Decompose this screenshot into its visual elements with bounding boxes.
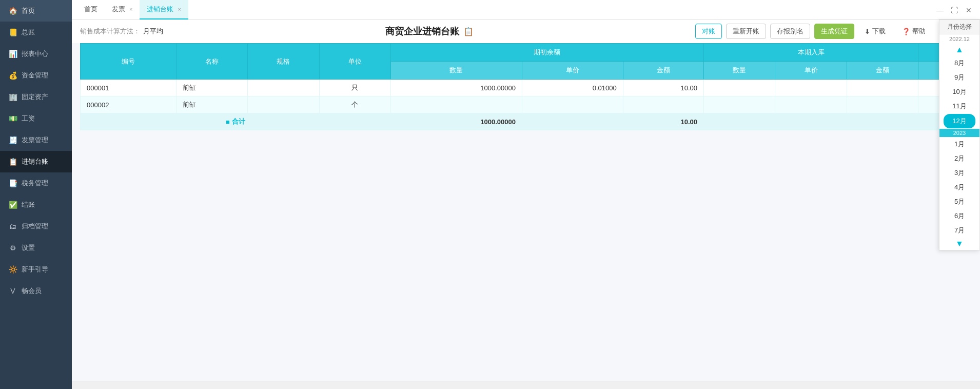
cost-method-value: 月平均 [143, 27, 163, 36]
table-row: 000002 前缸 个 [81, 96, 972, 113]
total-ci-amount [847, 113, 918, 130]
cell-name-2: 前缸 [176, 96, 247, 113]
sidebar-item-purchase-sales[interactable]: 📋 进销台账 [0, 151, 72, 172]
reconcile-button[interactable]: 对账 [695, 24, 722, 39]
save-alias-button[interactable]: 存报别名 [770, 24, 810, 39]
month-item-5[interactable]: 5月 [939, 194, 979, 209]
sidebar-item-label: 总账 [22, 28, 35, 37]
generate-voucher-button[interactable]: 生成凭证 [814, 24, 854, 39]
help-icon: ❓ [902, 28, 910, 35]
sidebar-item-archive-management[interactable]: 🗂 归档管理 [0, 216, 72, 237]
total-ci-qty [703, 113, 775, 130]
home-icon: 🏠 [8, 7, 17, 15]
tab-invoice[interactable]: 发票 × [105, 0, 140, 20]
sidebar-item-label: 进销台账 [22, 157, 48, 166]
sidebar-item-label: 归档管理 [22, 222, 48, 231]
reopen-button[interactable]: 重新开账 [726, 24, 766, 39]
tab-bar: 首页 发票 × 进销台账 × [72, 0, 980, 20]
tab-home-label: 首页 [84, 5, 97, 14]
sidebar-item-settlement[interactable]: ✅ 结账 [0, 194, 72, 216]
download-button[interactable]: ⬇ 下载 [858, 24, 892, 38]
window-controls: — ⛶ ✕ [929, 0, 980, 21]
sidebar-item-invoice-management[interactable]: 🧾 发票管理 [0, 129, 72, 151]
cell-ob-qty-1: 1000.00000 [390, 80, 522, 96]
help-button[interactable]: ❓ 帮助 [896, 24, 932, 38]
col-header-name: 名称 [176, 44, 247, 80]
sidebar-item-beginner-guide[interactable]: 🔆 新手引导 [0, 259, 72, 280]
sidebar: 🏠 首页 📒 总账 📊 报表中心 💰 资金管理 🏢 固定资产 💵 工资 🧾 发票… [0, 0, 72, 389]
col-header-ci-qty: 数量 [703, 62, 775, 80]
month-item-3[interactable]: 3月 [939, 166, 979, 180]
sidebar-item-settings[interactable]: ⚙ 设置 [0, 237, 72, 259]
month-nav-down[interactable]: ▼ [939, 238, 979, 250]
sidebar-item-member[interactable]: V 畅会员 [0, 280, 72, 302]
sidebar-item-label: 新手引导 [22, 265, 48, 274]
cell-ob-amount-1: 10.00 [623, 80, 703, 96]
sidebar-item-label: 首页 [22, 6, 35, 15]
month-item-9[interactable]: 9月 [939, 70, 979, 85]
tab-invoice-label: 发票 [112, 5, 125, 14]
cell-spec-1 [248, 80, 319, 96]
fund-icon: 💰 [8, 71, 17, 80]
month-item-6[interactable]: 6月 [939, 209, 979, 223]
sidebar-item-home[interactable]: 🏠 首页 [0, 0, 72, 22]
month-item-8[interactable]: 8月 [939, 56, 979, 70]
title-edit-icon[interactable]: 📋 [463, 27, 474, 36]
cell-name-1: 前缸 [176, 80, 247, 96]
page-title: 商贸企业进销台账 [385, 25, 459, 37]
download-icon: ⬇ [865, 28, 870, 35]
settlement-icon: ✅ [8, 201, 17, 209]
sidebar-item-report-center[interactable]: 📊 报表中心 [0, 43, 72, 65]
controls-bar: 销售成本计算方法： 月平均 商贸企业进销台账 📋 对账 重新开账 存报别名 生成… [72, 20, 980, 43]
invoice-icon: 🧾 [8, 136, 17, 144]
month-item-4[interactable]: 4月 [939, 180, 979, 194]
sidebar-item-general-ledger[interactable]: 📒 总账 [0, 22, 72, 43]
col-header-ob-price: 单价 [522, 62, 623, 80]
settings-icon: ⚙ [8, 244, 17, 252]
cell-spec-2 [248, 96, 319, 113]
col-header-ob-amount: 金额 [623, 62, 703, 80]
month-item-7[interactable]: 7月 [939, 223, 979, 238]
member-icon: V [8, 287, 17, 295]
month-item-1[interactable]: 1月 [939, 137, 979, 151]
cell-ob-price-2 [522, 96, 623, 113]
toolbar-btn-group: 对账 重新开账 存报别名 生成凭证 ⬇ 下载 ❓ 帮助 🔄 刷新 [695, 24, 972, 39]
month-item-11[interactable]: 11月 [939, 99, 979, 113]
total-row: ■ 合计 1000.00000 10.00 [81, 113, 972, 130]
scroll-bar[interactable] [72, 381, 980, 389]
sidebar-item-label: 工资 [22, 114, 35, 123]
total-ob-amount: 10.00 [623, 113, 703, 130]
sidebar-item-payroll[interactable]: 💵 工资 [0, 108, 72, 129]
minimize-button[interactable]: — [934, 4, 946, 16]
tab-home[interactable]: 首页 [77, 0, 105, 20]
cell-ci-qty-1 [703, 80, 775, 96]
col-header-code: 编号 [81, 44, 177, 80]
sidebar-item-fund-management[interactable]: 💰 资金管理 [0, 65, 72, 86]
month-item-12[interactable]: 12月 [944, 114, 975, 128]
table-row: 000001 前缸 只 1000.00000 0.01000 10.00 [81, 80, 972, 96]
total-label-cell: ■ 合计 [81, 113, 391, 130]
sidebar-item-label: 发票管理 [22, 135, 48, 145]
month-item-10[interactable]: 10月 [939, 85, 979, 99]
col-header-opening-balance: 期初余额 [390, 44, 703, 62]
main-area: — ⛶ ✕ 首页 发票 × 进销台账 × 销售成本计算方法： 月平均 商贸企业进… [72, 0, 980, 389]
tab-purchase-sales-label: 进销台账 [147, 5, 173, 14]
sidebar-item-tax-management[interactable]: 📑 税务管理 [0, 172, 72, 194]
month-item-2[interactable]: 2月 [939, 151, 979, 166]
month-nav-up[interactable]: ▲ [939, 44, 979, 56]
total-icon: ■ [226, 118, 230, 126]
tab-invoice-close[interactable]: × [129, 6, 132, 12]
sidebar-item-label: 畅会员 [22, 286, 42, 296]
total-text: 合计 [232, 117, 245, 126]
maximize-button[interactable]: ⛶ [948, 4, 961, 16]
tab-purchase-sales[interactable]: 进销台账 × [140, 0, 188, 20]
cell-code-1: 000001 [81, 80, 177, 96]
table-wrapper: 编号 名称 规格 单位 期初余额 本期入库 数量 单价 金额 数量 单价 金额 … [72, 43, 980, 381]
sidebar-item-fixed-assets[interactable]: 🏢 固定资产 [0, 86, 72, 108]
year-2023-tag: 2023 [939, 129, 979, 137]
cell-ci-price-2 [775, 96, 847, 113]
cell-ci-price-1 [775, 80, 847, 96]
tab-purchase-sales-close[interactable]: × [178, 6, 181, 12]
close-button[interactable]: ✕ [963, 4, 975, 16]
sidebar-item-label: 结账 [22, 200, 35, 209]
